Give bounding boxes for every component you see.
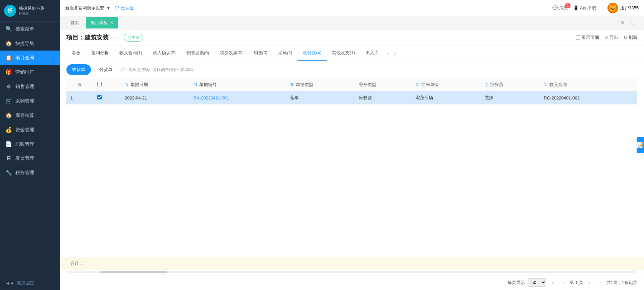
- close-window-btn[interactable]: ✕: [618, 19, 627, 26]
- page-label: 第: [570, 280, 574, 286]
- tax-icon: 🔧: [5, 169, 12, 176]
- payment-tab-btn[interactable]: 付款单: [94, 64, 118, 75]
- avatar: 🐱: [607, 3, 618, 13]
- sub-tab-other-expense[interactable]: 其他收支(1): [327, 46, 360, 61]
- sidebar-item-invoice[interactable]: 🖥 发票管理: [0, 151, 60, 165]
- maximize-window-btn[interactable]: ⛶: [629, 19, 639, 26]
- row-type: 蓝单: [286, 91, 355, 104]
- show-detail-label: 显示明细: [582, 34, 599, 41]
- next-page-btn[interactable]: ›: [586, 279, 593, 287]
- sub-tab-receipt[interactable]: 收付款(4): [298, 46, 327, 61]
- app-download-btn[interactable]: 📱 App下载: [573, 5, 596, 11]
- right-panel-toggle-btn[interactable]: 📝: [637, 137, 644, 153]
- tab-close-icon[interactable]: ✕: [110, 20, 113, 25]
- row-checkbox-cell[interactable]: [93, 91, 121, 104]
- sidebar-item-inventory[interactable]: 🏠 库存核算: [0, 108, 60, 123]
- message-btn[interactable]: 💬 消息 1: [552, 5, 568, 11]
- sub-tab-purchase[interactable]: 采购(2): [273, 46, 298, 61]
- last-page-btn[interactable]: »: [596, 279, 604, 287]
- show-detail-checkbox[interactable]: 显示明细: [576, 34, 599, 41]
- sub-tabs: 看板 盈利分析 收入合同(1) 收入确认(2) 销售发票(0) 税务发票(0) …: [60, 46, 644, 61]
- total-label: 合计：: [70, 261, 84, 267]
- search-icon: 🔍: [5, 26, 12, 32]
- sidebar-item-purchase[interactable]: 🛒 采购管理: [0, 94, 60, 108]
- sidebar-item-finance[interactable]: 💰 资金管理: [0, 123, 60, 137]
- export-label: 导出: [609, 34, 618, 41]
- receipt-table: ⚙ ⇅ 单据日期 ⇅ 单据编号: [66, 78, 637, 104]
- sub-tab-tax-invoice[interactable]: 税务发票(0): [215, 46, 248, 61]
- table-row[interactable]: 1 2022-04-21 SK-20220421-001 蓝单 应收款 宏茂商场: [66, 91, 637, 104]
- first-page-btn[interactable]: «: [549, 279, 557, 287]
- table-container: ⚙ ⇅ 单据日期 ⇅ 单据编号: [60, 78, 644, 257]
- sub-tab-warehouse[interactable]: 出入库: [360, 46, 384, 61]
- th-salesperson[interactable]: ⇅ 业务员: [481, 78, 540, 91]
- sub-tab-prev-arrow[interactable]: ‹: [384, 48, 391, 59]
- sub-tab-next-arrow[interactable]: ›: [391, 48, 398, 59]
- page-suffix: 页: [579, 280, 583, 286]
- sidebar-item-sales[interactable]: ⚙ 销售管理: [0, 79, 60, 94]
- sub-tab-sales-invoice[interactable]: 销售发票(0): [181, 46, 215, 61]
- scrollbar-thumb[interactable]: [100, 271, 167, 273]
- receipt-tab-btn[interactable]: 收款单: [66, 64, 91, 75]
- sidebar-item-label: 快捷导航: [15, 41, 34, 47]
- tab-label: 项目看板: [91, 20, 108, 26]
- sidebar-nav: 🔍 搜索菜单 🏠 快捷导航 📋 项目合同 🎁 营销推广 ⚙ 销售管理 🛒 采购管…: [0, 22, 60, 276]
- chevron-down-icon: ▼: [106, 5, 111, 10]
- row-checkbox[interactable]: [97, 95, 102, 99]
- th-checkbox[interactable]: [93, 78, 121, 91]
- row-number[interactable]: SK-20220421-001: [190, 91, 286, 104]
- th-number[interactable]: ⇅ 单据编号: [190, 78, 286, 91]
- topbar-divider: [602, 5, 602, 11]
- refresh-btn[interactable]: ↻ 刷新: [624, 34, 637, 41]
- row-number-link[interactable]: SK-20220421-001: [194, 95, 229, 100]
- sidebar-item-marketing[interactable]: 🎁 营销推广: [0, 65, 60, 79]
- sidebar-item-label: 搜索菜单: [15, 26, 34, 32]
- project-more-btn[interactable]: ···: [113, 34, 120, 41]
- unpin-label: 取消固定: [17, 280, 34, 286]
- prev-page-btn[interactable]: ‹: [560, 279, 567, 287]
- sidebar-header: 畅 畅捷通好业财 标准版: [0, 0, 60, 22]
- message-badge: 1: [565, 3, 571, 8]
- sub-tab-kanban[interactable]: 看板: [66, 46, 86, 61]
- invoice-icon: 🖥: [5, 155, 12, 161]
- table-header-row: ⚙ ⇅ 单据日期 ⇅ 单据编号: [66, 78, 637, 91]
- th-gear[interactable]: ⚙: [66, 78, 93, 91]
- refresh-label: 刷新: [629, 34, 637, 41]
- sidebar-item-label: 税务管理: [15, 170, 34, 176]
- page-content: 项目：建筑安装 ··· 已生效 显示明细 ↗ 导出 ↻ 刷新: [60, 29, 644, 290]
- app-logo: 畅: [4, 5, 16, 17]
- project-header: 项目：建筑安装 ··· 已生效 显示明细 ↗ 导出 ↻ 刷新: [60, 29, 644, 46]
- topbar-actions: 💬 消息 1 📱 App下载 🐱 用户3355: [552, 3, 639, 13]
- sidebar-item-search[interactable]: 🔍 搜索菜单: [0, 22, 60, 36]
- th-date[interactable]: ⇅ 单据日期: [121, 78, 190, 91]
- tab-home[interactable]: 首页: [65, 17, 85, 28]
- project-status-badge: 已生效: [124, 34, 143, 42]
- project-header-actions: 显示明细 ↗ 导出 ↻ 刷新: [576, 34, 637, 41]
- phone-icon: 📱: [573, 5, 579, 10]
- tab-project-board[interactable]: 项目看板 ✕: [86, 17, 118, 28]
- show-detail-input[interactable]: [576, 35, 580, 40]
- window-controls: ✕ ⛶: [618, 19, 639, 26]
- sidebar-item-tax[interactable]: 🔧 税务管理: [0, 165, 60, 180]
- topbar: 新服务官网演示账套 ▼ 🛡 已认证 💬 消息 1 📱 App下载 🐱 用户335…: [60, 0, 644, 16]
- th-biz-type: 业务类型: [355, 78, 412, 91]
- page-size-select[interactable]: 50 10 20 100: [528, 278, 546, 287]
- th-income-contract[interactable]: ⇅ 收入合同: [540, 78, 637, 91]
- sidebar-unpin-btn[interactable]: ◄◄ 取消固定: [0, 276, 60, 290]
- current-page: 1: [575, 280, 578, 285]
- sidebar-item-quick-nav[interactable]: 🏠 快捷导航: [0, 36, 60, 51]
- marketing-icon: 🎁: [5, 69, 12, 75]
- th-type[interactable]: ⇅ 单据类型: [286, 78, 355, 91]
- edition-label: 标准版: [19, 11, 45, 16]
- export-btn[interactable]: ↗ 导出: [604, 34, 618, 41]
- sidebar-item-ledger[interactable]: 📄 总账管理: [0, 137, 60, 151]
- sub-tab-sales[interactable]: 销售(0): [248, 46, 273, 61]
- project-selector[interactable]: 新服务官网演示账套 ▼: [65, 5, 111, 11]
- sidebar-item-project-contract[interactable]: 📋 项目合同: [0, 51, 60, 65]
- sub-tab-profit[interactable]: 盈利分析: [86, 46, 114, 61]
- sub-tab-income-contract[interactable]: 收入合同(1): [114, 46, 148, 61]
- th-partner[interactable]: ⇅ 往来单位: [412, 78, 481, 91]
- sub-tab-income-confirm[interactable]: 收入确认(2): [148, 46, 181, 61]
- user-menu[interactable]: 🐱 用户3355: [607, 3, 639, 13]
- select-all-checkbox[interactable]: [97, 82, 102, 86]
